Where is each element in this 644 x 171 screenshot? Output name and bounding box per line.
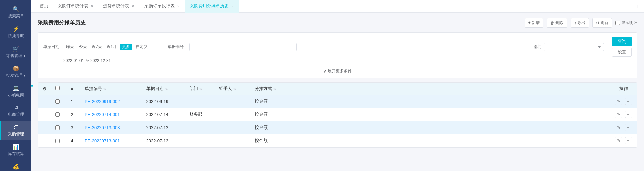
refresh-button[interactable]: ↺ 刷新 bbox=[592, 18, 612, 28]
th-split-method[interactable]: 分摊方式 ⇅ bbox=[251, 83, 610, 95]
th-settings: ⚙ bbox=[38, 83, 51, 95]
row-split-method-3: 按金额 bbox=[251, 134, 610, 147]
table-row: 1 PE-20220919-002 2022-09-19 按金额 ✎ ⋯ bbox=[38, 95, 637, 108]
data-table-wrap: ⚙ # 单据编号 ⇅ bbox=[38, 82, 637, 148]
tabs-right-controls: — □ bbox=[629, 4, 640, 9]
ecom-small-icon: 💻 bbox=[2, 85, 30, 91]
sidebar-item-finance[interactable]: 💰 资金管理 bbox=[0, 160, 31, 171]
row-cb-2[interactable] bbox=[55, 125, 60, 130]
row-doc-date-0: 2022-09-19 bbox=[142, 95, 185, 108]
th-doc-no[interactable]: 单据编号 ⇅ bbox=[80, 83, 142, 95]
row-doc-no-0: PE-20220919-002 bbox=[80, 95, 142, 108]
shortcut-1month[interactable]: 近1月 bbox=[105, 44, 118, 50]
doc-no-link-3[interactable]: PE-20220713-001 bbox=[85, 138, 120, 143]
search-button[interactable]: 查询 bbox=[612, 37, 632, 46]
sidebar-item-purchase[interactable]: 🏷 采购管理 bbox=[0, 121, 31, 140]
row-edit-icon-3[interactable]: ✎ bbox=[615, 137, 622, 144]
dept-filter-group: 部门 财务部 bbox=[534, 43, 604, 51]
doc-no-link-0[interactable]: PE-20220919-002 bbox=[85, 99, 120, 104]
close-tab-purchase-cost-history[interactable]: × bbox=[231, 0, 234, 13]
shortcut-today[interactable]: 今天 bbox=[77, 44, 88, 50]
row-more-icon-0[interactable]: ⋯ bbox=[625, 98, 632, 105]
row-edit-icon-2[interactable]: ✎ bbox=[615, 124, 622, 131]
table-row: 2 PE-20220714-001 2022-07-14 财务部 按金额 ✎ ⋯ bbox=[38, 108, 637, 121]
close-tab-purchase-order-stats[interactable]: × bbox=[90, 0, 94, 13]
doc-no-input[interactable] bbox=[189, 43, 297, 51]
tab-purchase-order-exec[interactable]: 采购订单执行表 × bbox=[140, 0, 185, 13]
export-button[interactable]: ↑ 导出 bbox=[571, 18, 589, 28]
doc-no-link-1[interactable]: PE-20220714-001 bbox=[85, 112, 120, 117]
row-doc-no-3: PE-20220713-001 bbox=[80, 134, 142, 147]
sidebar-item-ecom-small[interactable]: 💻 小畅电商 bbox=[0, 82, 31, 101]
delete-icon: 🗑 bbox=[550, 21, 554, 25]
filter-area: 单据日期 昨天 今天 近7天 近1月 更多 自定义 单据编号 部门 bbox=[38, 32, 637, 78]
finance-icon: 💰 bbox=[2, 163, 30, 170]
sidebar-item-ecom[interactable]: 🖥 电商管理 bbox=[0, 101, 31, 121]
row-edit-icon-1[interactable]: ✎ bbox=[615, 111, 622, 118]
filter-settings-button[interactable]: 设置 bbox=[612, 48, 632, 57]
row-settings-0 bbox=[38, 95, 51, 108]
th-doc-date[interactable]: 单据日期 ⇅ bbox=[142, 83, 185, 95]
doc-no-input-group bbox=[189, 43, 508, 51]
sidebar-item-search[interactable]: 🔍 搜索菜单 bbox=[0, 3, 31, 22]
dept-select[interactable]: 财务部 bbox=[544, 43, 604, 51]
row-more-icon-3[interactable]: ⋯ bbox=[625, 137, 632, 144]
shortcut-more[interactable]: 更多 bbox=[120, 44, 132, 50]
row-cb-0[interactable] bbox=[55, 99, 60, 104]
add-button[interactable]: + 新增 bbox=[525, 18, 543, 28]
row-dept-2 bbox=[185, 121, 215, 134]
close-tab-purchase-order-exec[interactable]: × bbox=[177, 0, 180, 13]
row-doc-date-3: 2022-07-13 bbox=[142, 134, 185, 147]
th-actions: 操作 bbox=[610, 83, 637, 95]
ecom-icon: 🖥 bbox=[2, 105, 30, 111]
sidebar-item-quick[interactable]: ⚡ 快捷导航 bbox=[0, 22, 31, 42]
shortcut-yesterday[interactable]: 昨天 bbox=[65, 44, 75, 50]
shortcut-7days[interactable]: 近7天 bbox=[90, 44, 103, 50]
row-handler-2 bbox=[215, 121, 251, 134]
delete-button[interactable]: 🗑 删除 bbox=[547, 18, 567, 28]
row-more-icon-1[interactable]: ⋯ bbox=[625, 111, 632, 118]
sidebar-item-wholesale[interactable]: 📦 批发管理 ▾ bbox=[0, 62, 31, 82]
sidebar-item-retail[interactable]: 🛒 零售管理 ▾ bbox=[0, 42, 31, 62]
tab-inbound-stats[interactable]: 进货单统计表 × bbox=[98, 0, 139, 13]
doc-no-link-2[interactable]: PE-20220713-003 bbox=[85, 125, 120, 130]
row-settings-3 bbox=[38, 134, 51, 147]
show-cols-checkbox[interactable] bbox=[615, 21, 620, 25]
row-checkbox-0 bbox=[51, 95, 64, 108]
show-cols-toggle[interactable]: 显示明细 bbox=[615, 20, 637, 26]
row-edit-icon-0[interactable]: ✎ bbox=[615, 98, 622, 105]
shortcut-custom[interactable]: 自定义 bbox=[134, 44, 149, 50]
row-more-icon-2[interactable]: ⋯ bbox=[625, 124, 632, 131]
expand-more-btn[interactable]: ∨ 展开更多条件 bbox=[323, 68, 352, 74]
date-shortcuts: 昨天 今天 近7天 近1月 更多 自定义 bbox=[65, 44, 149, 50]
sidebar-item-inventory[interactable]: 📊 库存核算 bbox=[0, 140, 31, 160]
row-cb-3[interactable] bbox=[55, 139, 60, 143]
row-settings-1 bbox=[38, 108, 51, 121]
refresh-icon: ↺ bbox=[596, 21, 599, 25]
close-tab-inbound-stats[interactable]: × bbox=[131, 0, 135, 13]
row-no-0: 1 bbox=[64, 95, 80, 108]
row-actions-0: ✎ ⋯ bbox=[610, 95, 637, 108]
tab-purchase-cost-history[interactable]: 采购费用分摊单历史 × bbox=[185, 0, 239, 13]
minimize-window-icon[interactable]: — bbox=[629, 4, 634, 9]
search-icon: 🔍 bbox=[2, 6, 30, 12]
table-header-row: ⚙ # 单据编号 ⇅ bbox=[38, 83, 637, 95]
row-cb-1[interactable] bbox=[55, 112, 60, 117]
th-dept[interactable]: 部门 ⇅ bbox=[185, 83, 215, 95]
tab-purchase-order-stats[interactable]: 采购订单统计表 × bbox=[53, 0, 98, 13]
select-all-checkbox[interactable] bbox=[55, 86, 60, 90]
row-doc-no-2: PE-20220713-003 bbox=[80, 121, 142, 134]
maximize-window-icon[interactable]: □ bbox=[637, 4, 640, 9]
row-settings-2 bbox=[38, 121, 51, 134]
settings-gear-icon[interactable]: ⚙ bbox=[43, 86, 47, 91]
th-no: # bbox=[64, 83, 80, 95]
th-handler[interactable]: 经手人 ⇅ bbox=[215, 83, 251, 95]
toolbar: + 新增 🗑 删除 ↑ 导出 ↺ 刷新 显示明细 bbox=[525, 18, 637, 28]
sort-doc-no-icon: ⇅ bbox=[103, 87, 106, 91]
doc-no-label: 单据编号 bbox=[168, 44, 184, 50]
date-range-text: 2022-01-01 至 2022-12-31 bbox=[63, 58, 111, 63]
tab-home[interactable]: 首页 bbox=[35, 0, 53, 13]
tabs-bar: 首页 采购订单统计表 × 进货单统计表 × 采购订单执行表 × 采购费用分摊单历… bbox=[31, 0, 644, 13]
row-checkbox-1 bbox=[51, 108, 64, 121]
row-split-method-1: 按金额 bbox=[251, 108, 610, 121]
